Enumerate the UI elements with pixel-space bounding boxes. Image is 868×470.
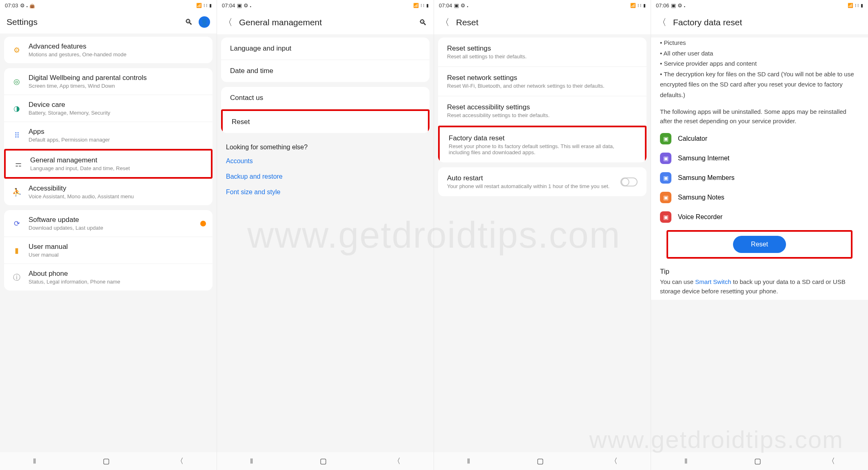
settings-row[interactable]: Reset network settingsReset Wi-Fi, Bluet…: [438, 67, 647, 96]
looking-label: Looking for something else?: [217, 138, 434, 153]
row-title: General management: [30, 156, 204, 164]
row-icon: ⓘ: [11, 273, 23, 282]
settings-row[interactable]: Language and input: [221, 38, 430, 60]
related-link[interactable]: Backup and restore: [217, 169, 434, 184]
settings-row[interactable]: ◑Device careBattery, Storage, Memory, Se…: [4, 95, 213, 122]
app-row: ▣Samsung Notes: [651, 188, 868, 207]
row-subtitle: Reset all settings to their defaults.: [447, 53, 638, 60]
page-header: 〈 Reset: [434, 11, 651, 34]
home-button[interactable]: ▢: [754, 457, 761, 466]
back-button[interactable]: 〈: [828, 456, 835, 466]
reset-button[interactable]: Reset: [733, 236, 786, 253]
app-name: Samsung Internet: [678, 155, 729, 162]
back-button[interactable]: 〈: [176, 456, 184, 466]
content-card: PicturesAll other user dataService provi…: [651, 38, 868, 300]
row-subtitle: Reset your phone to its factory default …: [449, 143, 636, 155]
row-title: Software update: [29, 216, 200, 224]
app-icon: ▣: [660, 192, 671, 203]
wifi-icon: [413, 3, 419, 8]
back-button[interactable]: 〈: [393, 456, 401, 466]
recents-button[interactable]: ⦀: [250, 457, 253, 466]
profile-avatar[interactable]: 👤: [199, 16, 210, 28]
settings-row[interactable]: Auto restartYour phone will restart auto…: [438, 167, 647, 196]
settings-row[interactable]: ▮User manualUser manual: [4, 237, 213, 264]
settings-row[interactable]: Reset settingsReset all settings to thei…: [438, 38, 647, 67]
gear-icon: [461, 2, 465, 9]
page-header: Settings 🔍︎ 👤: [0, 11, 217, 33]
settings-row[interactable]: ⚙Advanced featuresMotions and gestures, …: [4, 37, 213, 63]
back-icon[interactable]: 〈: [224, 16, 232, 29]
search-icon[interactable]: 🔍︎: [185, 18, 193, 27]
home-button[interactable]: ▢: [537, 457, 544, 466]
settings-row[interactable]: ◎Digital Wellbeing and parental controls…: [4, 68, 213, 95]
clock: 07:04: [439, 2, 452, 9]
row-subtitle: Your phone will restart automatically wi…: [447, 183, 620, 189]
app-row: ▣Samsung Internet: [651, 149, 868, 168]
row-subtitle: Reset accessibility settings to their de…: [447, 112, 638, 118]
related-link[interactable]: Font size and style: [217, 184, 434, 200]
app-name: Voice Recorder: [678, 213, 722, 221]
signal-icon: ⫶⫶: [203, 3, 208, 8]
settings-group: ◎Digital Wellbeing and parental controls…: [4, 68, 213, 205]
row-subtitle: Screen time, App timers, Wind Down: [29, 83, 206, 89]
nav-bar: ⦀ ▢ 〈: [0, 452, 217, 470]
wifi-icon: [848, 3, 853, 8]
update-badge: [200, 221, 206, 226]
toggle-switch[interactable]: [620, 177, 638, 186]
settings-row[interactable]: ⟳Software updateDownload updates, Last u…: [4, 210, 213, 237]
tip-heading: Tip: [651, 262, 868, 277]
status-bar: 07:04 ⫶⫶: [217, 0, 434, 11]
smart-switch-link[interactable]: Smart Switch: [695, 278, 731, 285]
dot-icon: [684, 2, 686, 9]
row-subtitle: Language and input, Date and time, Reset: [30, 165, 204, 171]
app-icon: ▣: [660, 153, 671, 164]
clock: 07:03: [5, 2, 18, 9]
signal-icon: ⫶⫶: [420, 3, 425, 8]
bullet-item: Pictures: [660, 38, 859, 48]
bag-icon: [29, 2, 35, 9]
app-name: Samsung Notes: [678, 194, 724, 201]
home-button[interactable]: ▢: [103, 457, 110, 466]
row-icon: ⚎: [12, 160, 24, 168]
settings-row[interactable]: ⛹AccessibilityVoice Assistant, Mono audi…: [4, 179, 213, 205]
page-title: Reset: [456, 18, 644, 27]
row-title: Factory data reset: [449, 134, 636, 142]
row-icon: ⛹: [11, 188, 23, 197]
row-subtitle: Motions and gestures, One-handed mode: [29, 51, 206, 58]
row-title: Digital Wellbeing and parental controls: [29, 74, 206, 82]
back-button[interactable]: 〈: [610, 456, 618, 466]
row-title: User manual: [29, 243, 206, 251]
row-title: Apps: [29, 128, 206, 136]
back-icon[interactable]: 〈: [441, 16, 450, 29]
row-title: Accessibility: [29, 184, 206, 193]
back-icon[interactable]: 〈: [658, 16, 666, 29]
settings-row[interactable]: Contact us: [221, 87, 430, 109]
nav-bar: ⦀ ▢ 〈: [434, 452, 651, 470]
phone-4: 07:06 ⫶⫶ 〈 Factory data reset PicturesAl…: [651, 0, 868, 470]
settings-row[interactable]: ⠿AppsDefault apps, Permission manager: [4, 122, 213, 149]
settings-row[interactable]: Factory data resetReset your phone to it…: [438, 126, 647, 162]
row-subtitle: Reset Wi-Fi, Bluetooth, and other networ…: [447, 83, 638, 89]
recents-button[interactable]: ⦀: [467, 457, 470, 466]
row-title: Device care: [29, 101, 206, 109]
tip-pre: You can use: [660, 278, 695, 285]
recents-button[interactable]: ⦀: [684, 457, 688, 466]
search-icon[interactable]: 🔍︎: [419, 18, 427, 27]
bullet-list: PicturesAll other user dataService provi…: [651, 38, 868, 104]
phone-2: 07:04 ⫶⫶ 〈 General management 🔍︎ Languag…: [217, 0, 434, 470]
row-subtitle: Status, Legal information, Phone name: [29, 279, 206, 285]
settings-row[interactable]: Date and time: [221, 60, 430, 82]
app-icon: ▣: [660, 211, 671, 223]
home-button[interactable]: ▢: [320, 457, 327, 466]
settings-row[interactable]: Reset accessibility settingsReset access…: [438, 96, 647, 126]
settings-row[interactable]: Reset: [221, 109, 430, 133]
settings-group: ⟳Software updateDownload updates, Last u…: [4, 210, 213, 290]
status-bar: 07:04 ⫶⫶: [434, 0, 651, 11]
settings-row[interactable]: ⓘAbout phoneStatus, Legal information, P…: [4, 264, 213, 290]
dot-icon: [467, 2, 469, 9]
related-link[interactable]: Accounts: [217, 153, 434, 169]
settings-row[interactable]: ⚎General managementLanguage and input, D…: [4, 149, 213, 179]
row-subtitle: Default apps, Permission manager: [29, 137, 206, 143]
battery-icon: [426, 3, 429, 8]
recents-button[interactable]: ⦀: [33, 457, 36, 466]
